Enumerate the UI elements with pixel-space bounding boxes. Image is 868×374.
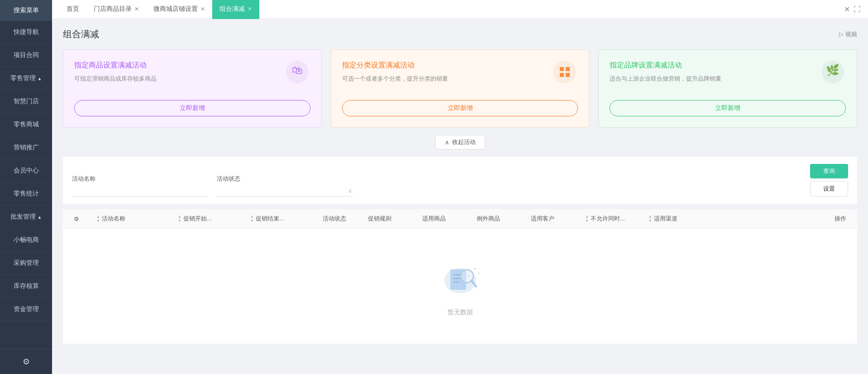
settings-icon[interactable]: ⚙ [23,357,30,366]
category-card-add-button[interactable]: 立即新增 [342,100,578,116]
th-no-stack: ▲▼ 不允许同时... [582,215,645,223]
th-start: ▲▼ 促销开始... [174,215,247,223]
svg-text:🛍: 🛍 [292,64,303,76]
activity-status-label: 活动状态 [217,175,353,183]
wholesale-mgmt-arrow: ▲ [38,215,42,220]
category-card-desc: 可选一个或者多个分类，提升分类的销量 [342,75,578,91]
svg-rect-6 [566,73,570,77]
sidebar-item-member-center[interactable]: 会员中心 [0,159,52,182]
svg-rect-4 [566,67,570,71]
brand-card-add-button[interactable]: 立即新增 [610,100,846,116]
svg-rect-5 [560,73,564,77]
settings-button[interactable]: 设置 [810,181,848,197]
sidebar-item-retail-mall[interactable]: 零售商城 [0,113,52,136]
empty-icon: ✦ ✦ [433,256,487,301]
th-status: 活动状态 [319,215,364,223]
svg-rect-3 [560,67,564,71]
sidebar-item-marketing[interactable]: 营销推广 [0,136,52,159]
brand-card-icon: 🌿 [821,61,844,87]
th-except: 例外商品 [473,215,527,223]
activity-name-input[interactable] [72,186,208,197]
fullscreen-button[interactable]: ⛶ [854,5,861,14]
page-title: 组合满减 [63,28,99,40]
sidebar-item-smart-store[interactable]: 智慧门店 [0,90,52,113]
retail-mgmt-arrow: ▲ [38,76,42,81]
sidebar-item-retail-stats[interactable]: 零售统计 [0,182,52,206]
th-goods: 适用商品 [419,215,473,223]
tab-combo-discount[interactable]: 组合满减 ✕ [212,0,259,19]
sidebar-search[interactable]: 搜索菜单 [0,0,52,21]
sidebar: 搜索菜单 快捷导航 项目合同 零售管理 ▲ 智慧门店 零售商城 营销推广 会员中… [0,0,52,374]
goods-card-add-button[interactable]: 立即新增 [74,100,310,116]
sidebar-item-purchase-mgmt[interactable]: 采购管理 [0,252,52,275]
close-window-button[interactable]: ✕ [844,5,850,14]
table-settings-icon: ⚙ [74,216,79,222]
th-rule: 促销规则 [364,215,419,223]
tab-store-catalog[interactable]: 门店商品目录 ✕ [86,0,146,19]
goods-promo-card: 指定商品设置满减活动 可指定滞销商品或库存较多商品 🛍 立即新增 [63,49,322,128]
th-ops: 操作 [708,215,850,223]
activity-name-field: 活动名称 [72,175,208,197]
brand-card-desc: 适合与上游企业联合做营销，提升品牌销量 [610,75,846,91]
th-name: ▲▼ 活动名称 [93,215,174,223]
tab-combo-discount-close[interactable]: ✕ [248,6,252,12]
video-link[interactable]: ▷ 视频 [839,30,857,38]
sidebar-bottom: ⚙ [0,349,52,374]
tab-wechat-store-settings-close[interactable]: ✕ [200,6,205,12]
brand-card-title: 指定品牌设置满减活动 [610,61,846,70]
tab-wechat-store-settings[interactable]: 微商城店铺设置 ✕ [146,0,212,19]
th-end: ▲▼ 促销结束... [247,215,319,223]
svg-point-18 [464,273,466,275]
sidebar-item-project-contract[interactable]: 项目合同 [0,44,52,67]
empty-text: 暂无数据 [448,308,473,316]
svg-text:✦: ✦ [477,272,481,276]
sidebar-item-retail-mgmt[interactable]: 零售管理 ▲ [0,67,52,90]
th-gear[interactable]: ⚙ [70,216,93,222]
goods-card-title: 指定商品设置满减活动 [74,61,310,70]
query-button[interactable]: 查询 [810,164,848,178]
collapse-button[interactable]: ∧ 收起活动 [435,135,485,149]
empty-state: ✦ ✦ 暂无数据 [63,229,857,344]
tab-home[interactable]: 首页 [59,0,86,19]
sort-arrows-channel[interactable]: ▲▼ [649,215,652,223]
svg-point-2 [553,61,576,83]
collapse-icon: ∧ [445,139,449,146]
sort-arrows-name[interactable]: ▲▼ [96,215,100,223]
tab-actions: ✕ ⛶ [844,5,861,14]
page-header: 组合满减 ▷ 视频 [63,28,857,40]
sidebar-item-inventory-calc[interactable]: 库存核算 [0,275,52,298]
goods-card-icon: 🛍 [286,61,309,87]
sort-arrows-nostack[interactable]: ▲▼ [585,215,589,223]
tab-bar: 首页 门店商品目录 ✕ 微商城店铺设置 ✕ 组合满减 ✕ ✕ ⛶ [52,0,868,19]
search-bar: 活动名称 活动状态 ∨ 查询 设置 [63,157,857,204]
search-actions: 查询 设置 [810,164,848,197]
sort-arrows-start[interactable]: ▲▼ [178,215,181,223]
cards-section: 指定商品设置满减活动 可指定滞销商品或库存较多商品 🛍 立即新增 指定分类设置满… [63,49,857,128]
collapse-row: ∧ 收起活动 [63,135,857,149]
activity-name-label: 活动名称 [72,175,208,183]
main-content: 首页 门店商品目录 ✕ 微商城店铺设置 ✕ 组合满减 ✕ ✕ ⛶ 组合满减 ▷ … [52,0,868,374]
category-card-title: 指定分类设置满减活动 [342,61,578,70]
svg-point-19 [467,275,469,277]
goods-card-desc: 可指定滞销商品或库存较多商品 [74,75,310,91]
collapse-label: 收起活动 [452,138,476,146]
table-header: ⚙ ▲▼ 活动名称 ▲▼ 促销开始... ▲▼ [63,209,857,229]
svg-text:🌿: 🌿 [826,63,839,77]
page-content: 组合满减 ▷ 视频 指定商品设置满减活动 可指定滞销商品或库存较多商品 🛍 立即… [52,19,868,374]
sidebar-item-quick-nav[interactable]: 快捷导航 [0,21,52,44]
brand-promo-card: 指定品牌设置满减活动 适合与上游企业联合做营销，提升品牌销量 🌿 立即新增 [598,49,857,128]
tab-store-catalog-close[interactable]: ✕ [134,6,139,12]
sidebar-item-xiaochang-ecom[interactable]: 小畅电商 [0,229,52,252]
sidebar-item-wholesale-mgmt[interactable]: 批发管理 ▲ [0,206,52,229]
activity-status-select[interactable]: ∨ [217,186,353,197]
th-customer: 适用客户 [527,215,582,223]
th-channel: ▲▼ 适用渠道 [645,215,708,223]
play-icon: ▷ [839,31,844,38]
sort-arrows-end[interactable]: ▲▼ [250,215,254,223]
table-section: ⚙ ▲▼ 活动名称 ▲▼ 促销开始... ▲▼ [63,209,857,344]
svg-text:✦: ✦ [473,266,477,271]
category-card-icon [553,61,576,87]
category-promo-card: 指定分类设置满减活动 可选一个或者多个分类，提升分类的销量 立即新增 [331,49,590,128]
sidebar-item-fund-mgmt[interactable]: 资金管理 [0,298,52,321]
activity-status-field: 活动状态 ∨ [217,175,353,197]
